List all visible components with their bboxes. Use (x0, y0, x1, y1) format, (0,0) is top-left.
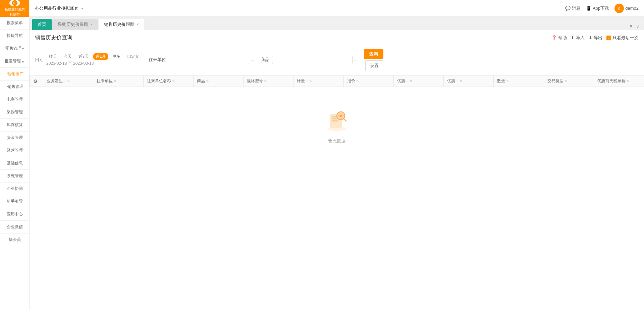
tab-maximize-btn[interactable]: ⤢ (636, 24, 640, 29)
sidebar-item-operation[interactable]: 经营管理 (0, 144, 29, 157)
partner-filter-group: 往来单位 ... (149, 56, 254, 64)
tab-purchase-close-icon[interactable]: × (90, 22, 93, 27)
sidebar-item-search[interactable]: 搜索菜单 (0, 17, 29, 30)
sort-icon-product: ⇅ (206, 79, 209, 83)
msg-label: 消息 (572, 5, 581, 11)
tab-bar: 首页 采购历史价跟踪 × 销售历史价跟踪 × ✕ ⤢ (30, 17, 644, 30)
th-trade-type[interactable]: 交易类型⇅ (544, 75, 594, 87)
sidebar-item-marketing[interactable]: 营销推广 (0, 68, 29, 81)
th-pretax-price[interactable]: 优惠前无税单价⇅ (594, 75, 644, 87)
sort-icon-discount2: ⇅ (460, 79, 462, 83)
tab-close-all-btn[interactable]: ✕ (629, 24, 633, 29)
th-unit[interactable]: 计量...⇅ (293, 75, 343, 87)
tab-sales-close-icon[interactable]: × (137, 22, 139, 27)
th-settings[interactable]: ⚙ (30, 75, 43, 87)
help-icon: ❓ (551, 35, 557, 40)
sidebar-item-purchase[interactable]: 采购管理 (0, 106, 29, 119)
sidebar: 6 畅捷通好生意 标赋营 搜索菜单 快捷导航 零售管理 ▾ 批发管理 ▲ 营销推… (0, 0, 30, 310)
th-partner-name-label: 往来单位名称 (147, 78, 171, 84)
svg-rect-5 (331, 118, 337, 119)
brand-name: 畅捷通好生意 (5, 7, 25, 12)
logo[interactable]: 6 畅捷通好生意 标赋营 (0, 0, 29, 17)
logo-icon: 6 (9, 0, 20, 6)
th-product[interactable]: 商品⇅ (193, 75, 243, 87)
date-buttons: 昨天 今天 近7天 近1月 更多 自定义 (46, 53, 142, 60)
brand-sub: 标赋营 (10, 12, 20, 17)
sort-icon-business-date: ⇅ (67, 79, 70, 83)
th-spec[interactable]: 规格型号⇅ (244, 75, 293, 87)
sidebar-item-inventory[interactable]: 库存核算 (0, 119, 29, 132)
sidebar-item-retail[interactable]: 零售管理 ▾ (0, 42, 29, 55)
msg-icon: 💬 (565, 6, 571, 11)
import-btn[interactable]: ⬆ 导入 (571, 35, 585, 41)
help-btn[interactable]: ❓ 帮助 (551, 35, 567, 41)
topbar: 办公用品行业模拟账套 ▾ 💬 消息 📱 App下载 d demo2 (30, 0, 644, 17)
wholesale-arrow: ▲ (21, 59, 25, 63)
date-btn-more[interactable]: 更多 (110, 53, 123, 60)
sidebar-item-basic[interactable]: 基础信息 (0, 157, 29, 170)
app-icon: 📱 (586, 6, 591, 11)
partner-filter-label: 往来单位 (149, 57, 166, 63)
sidebar-item-ecommerce[interactable]: 电商管理 (0, 93, 29, 106)
export-btn[interactable]: ⬇ 导出 (589, 35, 602, 41)
page-title: 销售历史价查询 (35, 34, 72, 41)
topbar-msg-btn[interactable]: 💬 消息 (565, 5, 581, 11)
th-partner-code[interactable]: 往来单位⇅ (93, 75, 143, 87)
date-filter-group: 日期 昨天 今天 近7天 近1月 更多 自定义 2023-02-18 至 202… (35, 53, 142, 66)
th-discount1[interactable]: 优惠...⇅ (393, 75, 443, 87)
sidebar-item-member[interactable]: 畅会员 (0, 234, 29, 246)
topbar-app-btn[interactable]: 📱 App下载 (586, 5, 609, 11)
date-btn-today[interactable]: 今天 (61, 53, 74, 60)
avatar: d (614, 4, 624, 13)
table-header: ⚙ 业务发生...⇅ 往来单位⇅ 往来单位名称⇅ 商品⇅ (30, 75, 644, 87)
date-btn-custom[interactable]: 自定义 (124, 53, 142, 60)
table-area: ⚙ 业务发生...⇅ 往来单位⇅ 往来单位名称⇅ 商品⇅ (30, 75, 644, 310)
maximize-icon: ⤢ (636, 24, 640, 29)
sidebar-item-apps[interactable]: 应用中心 (0, 208, 29, 221)
th-quantity[interactable]: 数量⇅ (494, 75, 544, 87)
sidebar-item-shortcut[interactable]: 快捷导航 (0, 30, 29, 42)
help-label: 帮助 (558, 35, 567, 41)
topbar-right: 💬 消息 📱 App下载 d demo2 (565, 4, 639, 13)
product-ellipsis[interactable]: ... (354, 57, 357, 62)
last-only-label: 只看最后一次 (612, 35, 639, 41)
tab-sales-label: 销售历史价跟踪 (104, 21, 135, 28)
sort-icon-pretax-price: ⇅ (627, 79, 629, 83)
sidebar-item-wholesale[interactable]: 批发管理 ▲ (0, 55, 29, 68)
export-label: 导出 (594, 35, 602, 41)
th-partner-name[interactable]: 往来单位名称⇅ (143, 75, 193, 87)
sidebar-item-system[interactable]: 系统管理 (0, 170, 29, 183)
tab-home[interactable]: 首页 (32, 19, 52, 30)
th-discount2[interactable]: 优惠...⇅ (444, 75, 494, 87)
sidebar-item-sales[interactable]: 销售管理 (0, 81, 29, 93)
product-filter-group: 商品 ... (261, 56, 357, 64)
sidebar-item-finance[interactable]: 资金管理 (0, 132, 29, 144)
filter-bar: 日期 昨天 今天 近7天 近1月 更多 自定义 2023-02-18 至 202… (30, 44, 644, 75)
tab-sales-history[interactable]: 销售历史价跟踪 × (99, 19, 144, 30)
sidebar-item-wechat[interactable]: 企业微信 (0, 221, 29, 234)
query-button[interactable]: 查询 (364, 49, 383, 59)
partner-ellipsis[interactable]: ... (251, 57, 254, 62)
sidebar-item-guide[interactable]: 新手引导 (0, 195, 29, 208)
svg-line-9 (343, 118, 346, 121)
product-input[interactable] (272, 56, 353, 64)
date-btn-1month[interactable]: 近1月 (93, 53, 109, 60)
th-business-date[interactable]: 业务发生...⇅ (43, 75, 93, 87)
date-btn-7days[interactable]: 近7天 (76, 53, 92, 60)
topbar-dropdown-icon[interactable]: ▾ (81, 6, 83, 11)
partner-input[interactable] (169, 56, 249, 64)
th-quote[interactable]: 报价⇅ (343, 75, 393, 87)
last-only-checkbox[interactable] (606, 36, 611, 40)
sort-icon-quantity: ⇅ (506, 79, 509, 83)
sidebar-item-enterprise[interactable]: 企业协同 (0, 183, 29, 195)
sort-icon-unit: ⇅ (309, 79, 312, 83)
th-discount2-label: 优惠... (447, 78, 459, 84)
th-quantity-label: 数量 (497, 78, 505, 84)
settings-gear-icon[interactable]: ⚙ (33, 79, 38, 84)
setting-button[interactable]: 设置 (365, 60, 383, 71)
last-only-checkbox-label[interactable]: 只看最后一次 (606, 35, 639, 41)
page-actions: ❓ 帮助 ⬆ 导入 ⬇ 导出 只看最后一次 (551, 35, 639, 41)
user-profile-btn[interactable]: d demo2 (614, 4, 639, 13)
date-btn-yesterday[interactable]: 昨天 (46, 53, 60, 60)
tab-purchase-history[interactable]: 采购历史价跟踪 × (52, 19, 98, 30)
